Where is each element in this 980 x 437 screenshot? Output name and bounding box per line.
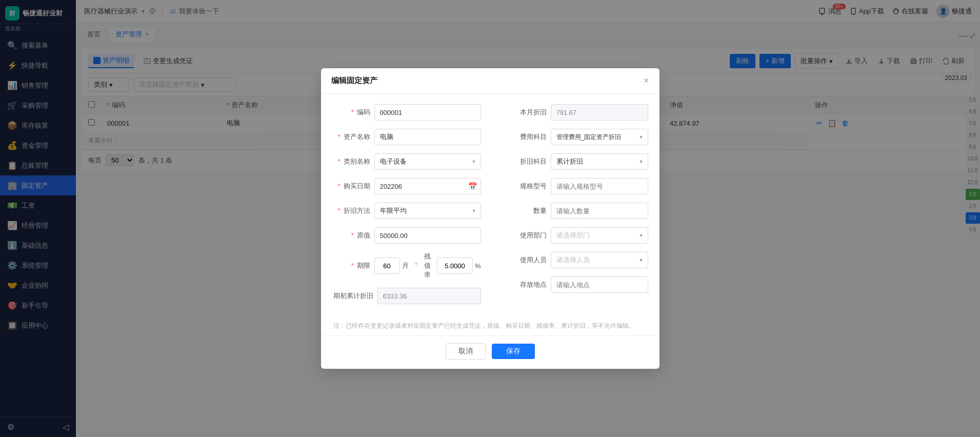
form-row-person: 使用人员 请选择人员 ▾ xyxy=(510,252,648,268)
method-dropdown-icon: ▾ xyxy=(472,207,475,214)
required-star: * xyxy=(351,108,354,116)
category-label: * 类别名称 xyxy=(333,157,374,166)
required-star: * xyxy=(338,182,341,190)
modal-overlay: 编辑固定资产 × * 编码 xyxy=(0,0,980,437)
form-row-quantity: 数量 xyxy=(510,203,648,219)
required-star: * xyxy=(338,207,341,214)
period-label: * 期限 xyxy=(333,261,374,270)
monthly-depreciation-input xyxy=(551,104,648,121)
initial-accumulated-label: 期初累计折旧 xyxy=(333,291,377,301)
form-row-category: * 类别名称 电子设备 ▾ xyxy=(333,153,481,170)
person-dropdown-icon: ▾ xyxy=(639,256,643,264)
dept-dropdown-icon: ▾ xyxy=(639,232,643,239)
purchase-date-wrap: 📅 xyxy=(374,178,481,194)
form-row-monthly-depreciation: 本月折旧 xyxy=(510,104,648,121)
expense-subject-label: 费用科目 xyxy=(510,132,551,142)
form-row-initial-accumulated: 期初累计折旧 xyxy=(333,288,481,304)
depreciation-subject-label: 折旧科目 xyxy=(510,157,551,166)
depreciation-method-select[interactable]: 年限平均 ▾ xyxy=(374,203,481,219)
department-label: 使用部门 xyxy=(510,231,551,240)
required-star: * xyxy=(338,133,341,141)
depreciation-dropdown-icon: ▾ xyxy=(639,158,643,165)
purchase-date-input[interactable] xyxy=(374,178,481,194)
monthly-depreciation-label: 本月折旧 xyxy=(510,108,551,117)
form-row-code: * 编码 xyxy=(333,104,481,121)
modal-footer: 取消 保存 xyxy=(321,335,659,369)
form-row-purchase-date: * 购买日期 📅 xyxy=(333,178,481,194)
form-row-period-residual: * 期限 月 * 残值率 % xyxy=(333,252,481,280)
cancel-button[interactable]: 取消 xyxy=(446,343,486,360)
residual-rate-input[interactable] xyxy=(437,257,473,274)
modal-close-button[interactable]: × xyxy=(644,75,649,86)
form-row-spec: 规格型号 xyxy=(510,178,648,194)
calendar-icon: 📅 xyxy=(468,182,477,190)
location-label: 存放地点 xyxy=(510,280,551,289)
quantity-label: 数量 xyxy=(510,206,551,215)
name-input[interactable] xyxy=(374,129,481,145)
location-input[interactable] xyxy=(551,276,648,293)
code-label: * 编码 xyxy=(333,108,374,117)
code-input[interactable] xyxy=(374,104,481,121)
spec-input[interactable] xyxy=(551,178,648,194)
name-label: * 资产名称 xyxy=(333,132,374,142)
form-row-expense-subject: 费用科目 管理费用_固定资产折旧 ▾ xyxy=(510,129,648,145)
required-star: * xyxy=(351,262,354,269)
department-select[interactable]: 请选择部门 ▾ xyxy=(551,227,648,244)
form-row-location: 存放地点 xyxy=(510,276,648,293)
period-input[interactable] xyxy=(374,257,400,274)
form-row-name: * 资产名称 xyxy=(333,129,481,145)
original-value-input[interactable] xyxy=(374,227,481,244)
form-row-original-value: * 原值 xyxy=(333,227,481,244)
modal-header: 编辑固定资产 × xyxy=(321,68,659,94)
person-label: 使用人员 xyxy=(510,255,551,265)
modal-left-col: * 编码 * 资产名称 xyxy=(333,104,491,312)
purchase-date-label: * 购买日期 xyxy=(333,182,374,191)
modal-body: * 编码 * 资产名称 xyxy=(321,94,659,317)
edit-fixed-asset-modal: 编辑固定资产 × * 编码 xyxy=(321,68,659,369)
expense-subject-select[interactable]: 管理费用_固定资产折旧 ▾ xyxy=(551,129,648,145)
quantity-input[interactable] xyxy=(551,203,648,219)
depreciation-method-label: * 折旧方法 xyxy=(333,206,374,215)
form-row-department: 使用部门 请选择部门 ▾ xyxy=(510,227,648,244)
modal-form-container: * 编码 * 资产名称 xyxy=(333,104,647,312)
spec-label: 规格型号 xyxy=(510,182,551,191)
form-row-depreciation-method: * 折旧方法 年限平均 ▾ xyxy=(333,203,481,219)
save-button[interactable]: 保存 xyxy=(492,344,535,359)
form-row-depreciation-subject: 折旧科目 累计折旧 ▾ xyxy=(510,153,648,170)
expense-dropdown-icon: ▾ xyxy=(639,133,643,141)
person-select[interactable]: 请选择人员 ▾ xyxy=(551,252,648,268)
required-star: * xyxy=(338,157,341,165)
modal-right-col: 本月折旧 费用科目 管理费用_固定资产折旧 ▾ xyxy=(499,104,648,312)
initial-accumulated-input xyxy=(377,288,481,304)
modal-title: 编辑固定资产 xyxy=(331,76,377,86)
period-residual-inline: 月 * 残值率 % xyxy=(374,252,481,280)
modal-note: 注：已经存在变更记录或者对应固定资产已经生成凭证，原值、购买日期、残值率、累计折… xyxy=(321,317,659,335)
depreciation-subject-select[interactable]: 累计折旧 ▾ xyxy=(551,153,648,170)
original-value-label: * 原值 xyxy=(333,231,374,240)
category-dropdown-icon: ▾ xyxy=(472,158,475,165)
required-star: * xyxy=(351,231,354,239)
category-select[interactable]: 电子设备 ▾ xyxy=(374,153,481,170)
